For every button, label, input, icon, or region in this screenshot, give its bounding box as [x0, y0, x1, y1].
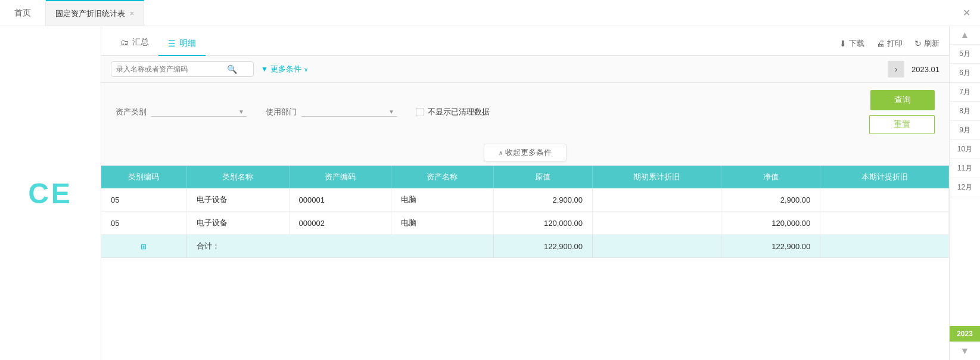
reset-button[interactable]: 重置: [869, 115, 935, 134]
col-header-accum-dep: 期初累计折旧: [593, 166, 721, 188]
cell-code: 05: [101, 188, 186, 212]
layers-icon: 🗂: [120, 38, 129, 47]
subtotal-icon: ⊞: [141, 243, 147, 251]
cell-current-dep: [820, 188, 949, 212]
search-icon[interactable]: 🔍: [227, 64, 237, 74]
subtotal-icon-cell: ⊞: [101, 235, 186, 258]
table-row: 05 电子设备 000001 电脑 2,900.00 2,900.00: [101, 188, 949, 212]
refresh-icon: ↻: [914, 39, 922, 48]
month-down-arrow[interactable]: ▼: [950, 342, 980, 360]
cell-category: 电子设备: [186, 188, 289, 212]
collapse-button[interactable]: ∧ 收起更多条件: [484, 144, 567, 162]
department-select[interactable]: ▼: [301, 107, 397, 117]
list-icon: ☰: [168, 39, 176, 48]
adv-filter-panel: 资产类别 ▼ 使用部门 ▼ 不显示已清理数: [101, 83, 949, 166]
query-button[interactable]: 查询: [870, 90, 935, 110]
cell-current-dep: [820, 212, 949, 235]
sub-tabs-bar: 🗂 汇总 ☰ 明细 ⬇ 下载 🖨 打印 ↻ 刷新: [101, 26, 949, 56]
cell-original: 120,000.00: [493, 212, 593, 235]
toolbar-area: ⬇ 下载 🖨 打印 ↻ 刷新: [839, 38, 939, 55]
active-tab[interactable]: 固定资产折旧统计表 ×: [46, 0, 144, 26]
no-cleared-label: 不显示已清理数据: [428, 107, 490, 117]
col-header-net: 净值: [721, 166, 820, 188]
tab-detail-label: 明细: [179, 38, 196, 49]
asset-type-label: 资产类别: [116, 107, 147, 117]
action-btns: 查询 重置: [869, 90, 935, 134]
cell-original: 2,900.00: [493, 188, 593, 212]
subtotal-net: 122,900.00: [721, 235, 820, 258]
search-input[interactable]: [116, 65, 223, 73]
logo-text: CE: [28, 177, 73, 210]
asset-type-chevron: ▼: [238, 108, 244, 115]
month-item-12[interactable]: 12月: [950, 178, 980, 197]
cell-asset-name: 电脑: [391, 212, 494, 235]
department-field: 使用部门 ▼: [266, 107, 397, 117]
no-cleared-wrap[interactable]: 不显示已清理数据: [416, 107, 490, 117]
date-label: 2023.01: [911, 65, 939, 74]
logo-column: CE: [0, 26, 101, 360]
download-button[interactable]: ⬇ 下载: [839, 38, 864, 49]
tab-summary[interactable]: 🗂 汇总: [111, 32, 158, 55]
department-label: 使用部门: [266, 107, 297, 117]
cell-net: 2,900.00: [721, 188, 820, 212]
year-badge: 2023: [950, 326, 980, 342]
subtotal-accum-dep: [593, 235, 721, 258]
col-header-original: 原值: [493, 166, 593, 188]
tab-label: 固定资产折旧统计表: [55, 8, 125, 19]
month-item-7[interactable]: 7月: [950, 83, 980, 102]
col-header-code: 类别编码: [101, 166, 186, 188]
collapse-row: ∧ 收起更多条件: [116, 140, 935, 165]
month-item-10[interactable]: 10月: [950, 140, 980, 159]
refresh-button[interactable]: ↻ 刷新: [914, 38, 939, 49]
cell-accum-dep: [593, 188, 721, 212]
table-row: 05 电子设备 000002 电脑 120,000.00 120,000.00: [101, 212, 949, 235]
subtotal-row: ⊞ 合计： 122,900.00 122,900.00: [101, 235, 949, 258]
more-filter-btn[interactable]: ▼ 更多条件 ∨: [261, 64, 308, 75]
search-bar: 🔍 ▼ 更多条件 ∨ › 2023.01: [101, 56, 949, 83]
filter-icon: ▼: [261, 65, 268, 73]
print-icon: 🖨: [876, 39, 885, 48]
subtotal-original: 122,900.00: [493, 235, 593, 258]
tab-summary-label: 汇总: [132, 37, 149, 48]
month-up-arrow[interactable]: ▲: [950, 26, 980, 45]
print-button[interactable]: 🖨 打印: [876, 38, 903, 49]
month-item-5[interactable]: 5月: [950, 45, 980, 64]
cell-code: 05: [101, 212, 186, 235]
col-header-category: 类别名称: [186, 166, 289, 188]
adv-filter-row: 资产类别 ▼ 使用部门 ▼ 不显示已清理数: [116, 90, 935, 134]
tab-detail[interactable]: ☰ 明细: [158, 33, 206, 56]
tab-close-icon[interactable]: ×: [130, 10, 134, 18]
col-header-asset-code: 资产编码: [289, 166, 391, 188]
cell-category: 电子设备: [186, 212, 289, 235]
download-icon: ⬇: [839, 39, 847, 48]
cell-asset-name: 电脑: [391, 188, 494, 212]
data-table-wrap: 类别编码 类别名称 资产编码 资产名称 原值 期初累计折旧 净值 本期计提折旧 …: [101, 166, 949, 360]
col-header-current-dep: 本期计提折旧: [820, 166, 949, 188]
asset-type-field: 资产类别 ▼: [116, 107, 247, 117]
month-item-8[interactable]: 8月: [950, 102, 980, 121]
home-label: 首页: [14, 8, 31, 18]
collapse-up-icon: ∧: [499, 150, 503, 156]
home-tab[interactable]: 首页: [0, 0, 46, 26]
month-sidebar: ▲ 5月 6月 7月 8月 9月 10月 11月 12月 2023 ▼: [949, 26, 980, 360]
date-nav-arrow[interactable]: ›: [888, 61, 904, 77]
cell-net: 120,000.00: [721, 212, 820, 235]
asset-type-select[interactable]: ▼: [151, 107, 247, 117]
search-input-wrap: 🔍: [111, 61, 254, 77]
cell-asset-code: 000001: [289, 188, 391, 212]
department-chevron: ▼: [388, 108, 394, 115]
table-header-row: 类别编码 类别名称 资产编码 资产名称 原值 期初累计折旧 净值 本期计提折旧: [101, 166, 949, 188]
chevron-down-icon: ∨: [304, 66, 308, 73]
month-item-11[interactable]: 11月: [950, 159, 980, 178]
month-item-6[interactable]: 6月: [950, 64, 980, 83]
no-cleared-checkbox[interactable]: [416, 108, 424, 116]
month-item-9[interactable]: 9月: [950, 121, 980, 140]
cell-accum-dep: [593, 212, 721, 235]
cell-asset-code: 000002: [289, 212, 391, 235]
window-close-button[interactable]: ✕: [953, 0, 980, 26]
subtotal-label-cell: 合计：: [186, 235, 493, 258]
subtotal-current-dep: [820, 235, 949, 258]
col-header-asset-name: 资产名称: [391, 166, 494, 188]
